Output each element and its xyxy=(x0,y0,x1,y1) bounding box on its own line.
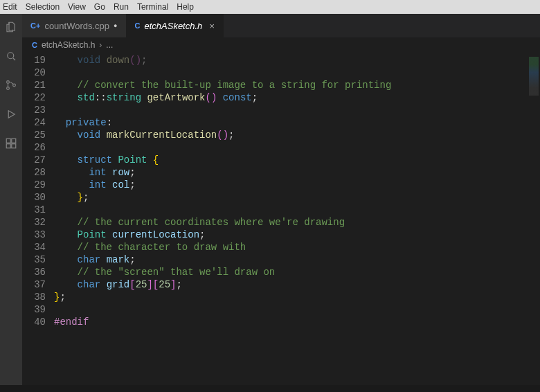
editor[interactable]: 1920212223242526272829303132333435363738… xyxy=(22,53,540,385)
menu-item-edit[interactable]: Edit xyxy=(3,2,17,12)
code-line[interactable]: void down(); xyxy=(54,54,526,66)
chevron-right-icon: › xyxy=(99,40,102,50)
svg-rect-6 xyxy=(6,144,10,148)
code-line[interactable]: // the current coordinates where we're d… xyxy=(54,216,526,229)
line-gutter: 1920212223242526272829303132333435363738… xyxy=(22,53,54,385)
code-line[interactable]: struct Point { xyxy=(54,154,526,166)
status-bar xyxy=(0,385,540,392)
line-number: 28 xyxy=(22,166,46,179)
line-number: 37 xyxy=(22,278,46,291)
code-content[interactable]: void down(); // convert the built-up ima… xyxy=(54,53,526,385)
code-line[interactable] xyxy=(54,141,526,154)
menu-item-terminal[interactable]: Terminal xyxy=(137,2,168,12)
line-number: 29 xyxy=(22,179,46,191)
line-number: 20 xyxy=(22,66,46,79)
line-number: 19 xyxy=(22,54,46,66)
code-line[interactable]: }; xyxy=(54,191,526,204)
tab-label: etchASketch.h xyxy=(144,21,202,31)
activity-bar xyxy=(0,14,22,385)
tab-bar: C+countWords.cpp●CetchASketch.h× xyxy=(22,14,540,37)
code-line[interactable]: int col; xyxy=(54,179,526,191)
files-icon[interactable] xyxy=(3,19,19,35)
line-number: 32 xyxy=(22,216,46,229)
tab-label: countWords.cpp xyxy=(44,21,109,31)
line-number: 22 xyxy=(22,91,46,104)
tab-countwords-cpp[interactable]: C+countWords.cpp● xyxy=(22,14,127,37)
code-line[interactable] xyxy=(54,204,526,216)
svg-rect-4 xyxy=(6,139,10,143)
menu-item-selection[interactable]: Selection xyxy=(26,2,60,12)
line-number: 38 xyxy=(22,291,46,303)
source-control-icon[interactable] xyxy=(3,78,19,93)
close-icon[interactable]: × xyxy=(209,21,215,31)
code-line[interactable] xyxy=(54,66,526,79)
line-number: 31 xyxy=(22,204,46,216)
line-number: 39 xyxy=(22,303,46,316)
svg-point-3 xyxy=(13,84,16,87)
menu-item-view[interactable]: View xyxy=(68,2,86,12)
line-number: 36 xyxy=(22,266,46,278)
svg-point-1 xyxy=(7,81,10,84)
lang-badge: C+ xyxy=(30,21,40,30)
code-line[interactable]: char mark; xyxy=(54,253,526,266)
code-line[interactable] xyxy=(54,104,526,116)
line-number: 26 xyxy=(22,141,46,154)
tab-etchasketch-h[interactable]: CetchASketch.h× xyxy=(127,14,224,37)
svg-rect-5 xyxy=(12,139,16,143)
menu-item-go[interactable]: Go xyxy=(94,2,105,12)
code-line[interactable]: }; xyxy=(54,291,526,303)
line-number: 34 xyxy=(22,241,46,253)
code-line[interactable]: private: xyxy=(54,116,526,129)
line-number: 30 xyxy=(22,191,46,204)
main: C+countWords.cpp●CetchASketch.h× C etchA… xyxy=(0,14,540,385)
svg-point-2 xyxy=(7,87,10,90)
menu-item-run[interactable]: Run xyxy=(114,2,129,12)
extensions-icon[interactable] xyxy=(3,136,19,151)
svg-rect-7 xyxy=(12,144,16,148)
run-debug-icon[interactable] xyxy=(3,107,19,122)
line-number: 25 xyxy=(22,129,46,141)
line-number: 27 xyxy=(22,154,46,166)
code-line[interactable]: void markCurrentLocation(); xyxy=(54,129,526,141)
line-number: 35 xyxy=(22,253,46,266)
menubar: EditSelectionViewGoRunTerminalHelp xyxy=(0,0,540,14)
line-number: 21 xyxy=(22,79,46,91)
code-line[interactable]: #endif xyxy=(54,316,526,328)
svg-point-0 xyxy=(8,53,14,59)
code-line[interactable]: std::string getArtwork() const; xyxy=(54,91,526,104)
breadcrumb-lang-badge: C xyxy=(32,41,37,49)
dirty-dot-icon: ● xyxy=(114,22,117,29)
line-number: 40 xyxy=(22,316,46,328)
breadcrumb-trail: ... xyxy=(106,40,113,50)
code-line[interactable]: // the "screen" that we'll draw on xyxy=(54,266,526,278)
code-line[interactable]: // the character to draw with xyxy=(54,241,526,253)
code-line[interactable]: // convert the built-up image to a strin… xyxy=(54,79,526,91)
breadcrumb[interactable]: C etchASketch.h › ... xyxy=(22,37,540,53)
menu-item-help[interactable]: Help xyxy=(177,2,194,12)
code-line[interactable]: char grid[25][25]; xyxy=(54,278,526,291)
minimap[interactable] xyxy=(526,53,540,385)
editor-area: C+countWords.cpp●CetchASketch.h× C etchA… xyxy=(22,14,540,385)
search-icon[interactable] xyxy=(3,48,19,64)
line-number: 23 xyxy=(22,104,46,116)
lang-badge: C xyxy=(135,21,141,30)
breadcrumb-file: etchASketch.h xyxy=(42,40,95,50)
code-line[interactable]: int row; xyxy=(54,166,526,179)
line-number: 24 xyxy=(22,116,46,129)
code-line[interactable]: Point currentLocation; xyxy=(54,229,526,241)
code-line[interactable] xyxy=(54,303,526,316)
line-number: 33 xyxy=(22,229,46,241)
